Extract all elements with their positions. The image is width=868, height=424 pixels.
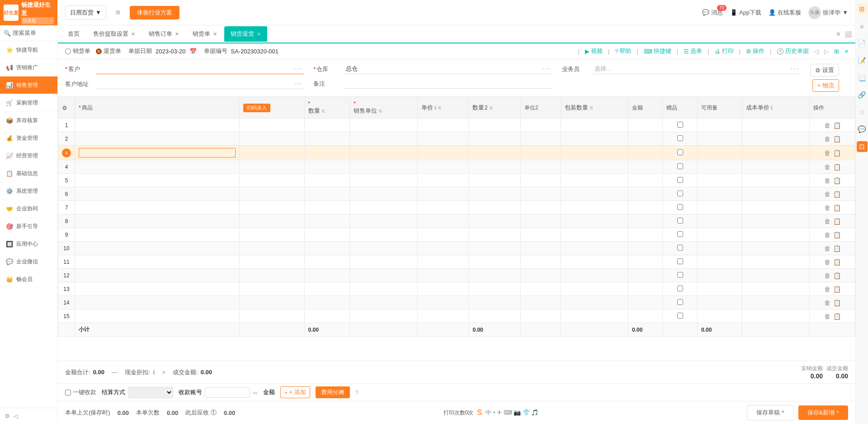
delete-icon[interactable]: 🗑 [824,122,830,129]
save-new-button[interactable]: 保存&新增 ^ [798,405,848,420]
delete-icon[interactable]: 🗑 [824,258,830,266]
add-logistics-button[interactable]: + 物流 [812,79,839,92]
sidebar-item-member[interactable]: 👑 畅会员 [0,271,57,288]
quantity2-cell[interactable] [469,132,520,146]
delete-icon[interactable]: 🗑 [824,286,830,293]
copy-icon[interactable]: 📋 [833,122,841,129]
sidebar-item-wechat[interactable]: 💬 企业微信 [0,253,57,271]
tab-home[interactable]: 首页 [61,26,86,42]
sales-unit-cell[interactable] [350,132,417,146]
pack-qty-cell[interactable] [561,132,628,146]
sidebar-item-apps[interactable]: 🔲 应用中心 [0,235,57,253]
quantity-cell[interactable] [304,132,350,146]
sidebar-item-sales[interactable]: 📊 销售管理 [0,76,57,94]
sidebar-item-inventory[interactable]: 📦 库存核算 [0,112,57,129]
right-icon-doc3[interactable]: 📃 [857,72,868,83]
product-cell[interactable] [75,119,240,132]
one-click-checkbox[interactable] [65,390,71,395]
cost-price-cell[interactable] [742,119,809,132]
tab-close-sales-return[interactable]: ✕ [257,31,261,37]
message-button[interactable]: 💬 消息 70 [702,9,723,17]
product-cell-active[interactable] [75,146,240,160]
gift-cell[interactable] [663,119,698,132]
delete-icon[interactable]: 🗑 [824,313,830,320]
unit2-cell[interactable] [520,119,561,132]
radio-sales[interactable]: 销货单 [65,47,90,55]
right-icon-action[interactable]: ⊡ [857,141,868,152]
copy-icon[interactable]: 📋 [833,163,841,171]
history-nav-right[interactable]: ▷ [824,48,829,55]
sidebar-item-basic[interactable]: 📋 基础信息 [0,165,57,182]
unit2-cell[interactable] [520,132,561,146]
copy-icon[interactable]: 📋 [833,313,841,320]
copy-icon[interactable]: 📋 [833,204,841,211]
gift-cell[interactable] [663,132,698,146]
action-print[interactable]: 🖨 打印 [715,47,734,55]
gift-checkbox[interactable] [677,135,683,141]
column-settings-icon[interactable]: ⚙ [62,105,67,111]
quantity2-cell[interactable] [469,146,520,160]
available-cell[interactable] [697,146,742,160]
quantity-cell[interactable] [304,119,350,132]
copy-icon[interactable]: 📋 [833,258,841,266]
unit2-cell[interactable] [520,146,561,160]
available-cell[interactable] [697,132,742,146]
radio-sales-input[interactable] [65,48,71,54]
amount-cell[interactable] [628,119,663,132]
copy-icon[interactable]: 📋 [833,218,841,225]
delete-icon[interactable]: 🗑 [824,231,830,238]
address-input[interactable]: ··· [96,79,304,89]
gift-checkbox[interactable] [677,122,683,128]
copy-icon[interactable]: 📋 [833,299,841,306]
action-history[interactable]: 🕐 历史单据 [777,47,809,55]
right-icon-star[interactable]: ☆ [857,107,868,118]
action-select[interactable]: ☰ 选单 [684,47,702,55]
delete-icon[interactable]: 🗑 [824,149,830,157]
action-help[interactable]: ? 帮助 [615,47,631,55]
cost-price-cell[interactable] [742,146,809,160]
account-input[interactable] [205,387,250,398]
calendar-icon[interactable]: 📅 [189,48,197,55]
copy-icon[interactable]: 📋 [833,191,841,198]
collapse-icon[interactable]: ◁ [14,413,18,419]
sidebar-item-operation[interactable]: 📈 经营管理 [0,147,57,165]
salesperson-input[interactable]: 选择... ··· [593,64,801,74]
delete-icon[interactable]: 🗑 [824,191,830,198]
note-input[interactable] [344,79,552,89]
copy-icon[interactable]: 📋 [833,286,841,293]
online-service-button[interactable]: 👤 在线客服 [769,9,801,17]
copy-icon[interactable]: 📋 [833,272,841,279]
product-input[interactable] [79,148,236,157]
quantity-cell[interactable] [304,146,350,160]
save-draft-button[interactable]: 保存草稿 ^ [747,405,794,420]
one-click-payment[interactable]: 一键收款 [65,388,96,396]
customer-input[interactable]: ··· [96,64,304,74]
delete-icon[interactable]: 🗑 [824,177,830,184]
pack-qty-cell[interactable] [561,146,628,160]
add-row-button[interactable]: + [62,148,71,157]
right-icon-list-view[interactable]: ≡ [857,21,868,32]
settings-icon[interactable]: ⚙ [5,413,10,419]
search-menu-item[interactable]: 🔍 搜索菜单 [0,25,57,41]
copy-icon[interactable]: 📋 [833,231,841,238]
scan-button[interactable]: 扫码录入 [243,104,270,112]
add-payment-button[interactable]: + + 添加 [280,386,310,398]
right-icon-doc2[interactable]: 📝 [857,55,868,66]
delete-icon[interactable]: 🗑 [824,299,830,306]
payment-help-icon[interactable]: ? [355,389,359,396]
tab-sales-return[interactable]: 销货退货 ✕ [224,26,267,42]
delete-icon[interactable]: 🗑 [824,135,830,143]
tab-close-sales[interactable]: ✕ [213,31,217,37]
copy-icon[interactable]: 📋 [833,245,841,252]
sidebar-item-enterprise[interactable]: 🤝 企业协同 [0,200,57,218]
action-video[interactable]: ▶ 视频 [585,47,603,55]
experience-button[interactable]: 体验行业方案 [130,6,179,19]
settlement-select[interactable] [128,387,173,398]
action-operate[interactable]: ⚙ 操作 [746,47,764,55]
delete-icon[interactable]: 🗑 [824,204,830,211]
view-grid-icon[interactable]: ⊞ [834,48,839,55]
right-icon-table-view[interactable]: ⊞ [857,4,868,14]
action-shortcut[interactable]: ⌨ 快捷键 [644,47,671,55]
th-scan[interactable]: 扫码录入 [239,97,304,119]
amount-cell[interactable] [628,132,663,146]
